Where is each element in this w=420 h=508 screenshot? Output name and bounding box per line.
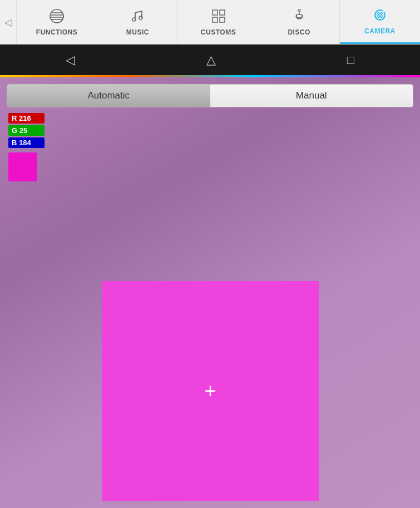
- add-icon: +: [204, 381, 216, 401]
- rgb-g-label: G 25: [8, 125, 45, 136]
- android-home-button[interactable]: △: [195, 48, 227, 72]
- functions-label: FUNCTIONS: [36, 28, 78, 36]
- camera-label: CAMERA: [364, 27, 396, 35]
- android-back-button[interactable]: ◁: [55, 48, 86, 72]
- rgb-g-row: G 25: [8, 125, 420, 136]
- camera-capture-box[interactable]: +: [102, 281, 319, 501]
- nav-item-customs[interactable]: CUSTOMS: [178, 0, 259, 44]
- customs-label: CUSTOMS: [201, 28, 236, 36]
- music-label: MUSIC: [126, 28, 149, 36]
- svg-rect-13: [298, 9, 300, 11]
- customs-icon: [211, 8, 226, 26]
- svg-rect-9: [220, 10, 225, 15]
- rgb-r-label: R 216: [8, 113, 45, 124]
- rgb-r-row: R 216: [8, 113, 420, 124]
- tab-manual[interactable]: Manual: [210, 85, 413, 107]
- color-swatch: [8, 152, 37, 181]
- disco-icon: [291, 8, 307, 26]
- top-nav-bar: ◁ FUNCTIONS MUSIC: [0, 0, 420, 45]
- android-nav-bar: ◁ △ □: [0, 45, 420, 75]
- disco-label: DISCO: [288, 28, 310, 36]
- back-icon: ◁: [4, 16, 12, 28]
- svg-point-18: [382, 11, 384, 13]
- svg-rect-10: [213, 17, 218, 22]
- camera-icon: [372, 7, 388, 25]
- nav-item-disco[interactable]: DISCO: [259, 0, 340, 44]
- rgb-b-label: B 184: [8, 137, 45, 148]
- music-icon: [130, 8, 145, 26]
- svg-point-12: [296, 14, 303, 18]
- main-content: Automatic Manual R 216 G 25 B 184 +: [0, 75, 420, 508]
- rgb-b-row: B 184: [8, 137, 420, 148]
- svg-rect-8: [213, 10, 218, 15]
- svg-point-17: [379, 14, 381, 16]
- back-button[interactable]: ◁: [0, 0, 17, 44]
- svg-rect-11: [220, 17, 225, 22]
- functions-icon: [49, 8, 65, 26]
- android-recents-button[interactable]: □: [336, 48, 365, 72]
- nav-item-music[interactable]: MUSIC: [97, 0, 178, 44]
- nav-item-camera[interactable]: CAMERA: [340, 0, 420, 44]
- tab-automatic[interactable]: Automatic: [7, 85, 210, 107]
- nav-item-functions[interactable]: FUNCTIONS: [17, 0, 97, 44]
- tab-bar: Automatic Manual: [7, 84, 413, 107]
